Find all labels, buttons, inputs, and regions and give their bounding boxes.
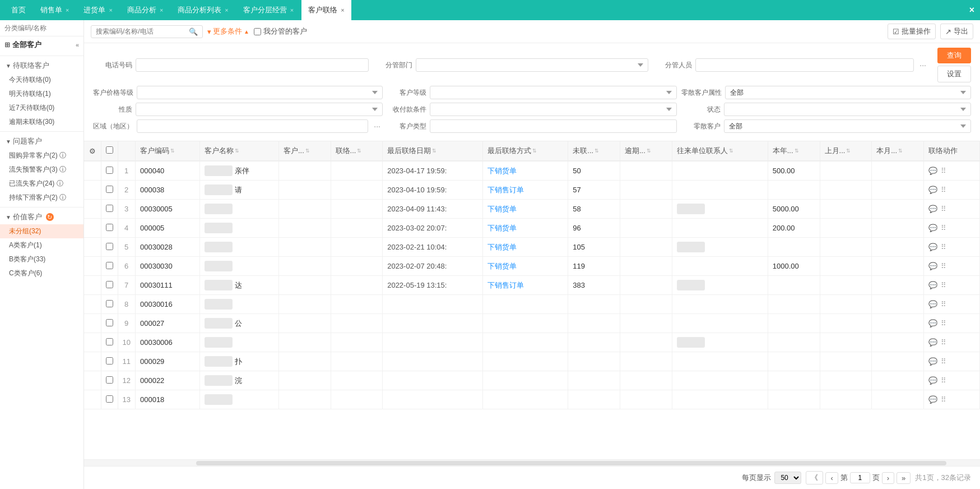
sort-last-way[interactable]: ⇅ — [532, 148, 537, 154]
nav-tab-sales[interactable]: 销售单 × — [34, 0, 76, 20]
last-way-link[interactable]: 下销售订单 — [487, 186, 524, 194]
settings-icon[interactable]: ⚙ — [89, 147, 96, 155]
more-actions-icon[interactable]: ⠿ — [941, 224, 946, 232]
sort-overdue[interactable]: ⇅ — [647, 148, 651, 154]
sidebar-item-class-c[interactable]: C类客户(6) — [0, 266, 83, 280]
filter-input-person[interactable] — [695, 58, 914, 72]
row-checkbox[interactable] — [106, 262, 113, 269]
chat-icon[interactable]: 💬 — [928, 224, 937, 232]
row-checkbox[interactable] — [106, 243, 113, 250]
region-dot-btn[interactable]: ··· — [371, 122, 383, 131]
close-sales-tab[interactable]: × — [66, 7, 69, 13]
sort-contact[interactable]: ⇅ — [357, 148, 361, 154]
sidebar-item-today-pending[interactable]: 今天待联络(0) — [0, 73, 83, 87]
more-actions-icon[interactable]: ⠿ — [941, 376, 946, 385]
row-checkbox[interactable] — [106, 300, 113, 307]
filter-input-cust-type[interactable] — [430, 119, 677, 133]
chat-icon[interactable]: 💬 — [928, 376, 937, 385]
filter-select-nature[interactable] — [136, 103, 383, 116]
sort-type[interactable]: ⇅ — [305, 148, 310, 154]
row-checkbox[interactable] — [106, 338, 113, 345]
sidebar-search-input[interactable] — [4, 24, 84, 32]
sidebar-item-declining[interactable]: 持续下滑客户(2) ⓘ — [0, 191, 83, 205]
nav-home[interactable]: 首页 — [4, 2, 32, 19]
scrollbar-inner[interactable] — [196, 461, 946, 465]
reset-button[interactable]: 设置 — [937, 66, 971, 82]
sort-name[interactable]: ⇅ — [235, 148, 239, 154]
batch-op-btn[interactable]: ☑ 批量操作 — [888, 24, 936, 39]
sort-code[interactable]: ⇅ — [170, 148, 175, 154]
last-page-btn[interactable]: » — [897, 472, 911, 484]
scrollbar-placeholder[interactable] — [84, 459, 980, 466]
sidebar-all-customers[interactable]: ⊞ 全部客户 « — [0, 36, 83, 53]
row-checkbox[interactable] — [106, 205, 113, 212]
more-actions-icon[interactable]: ⠿ — [941, 319, 946, 327]
sort-unit-contact[interactable]: ⇅ — [729, 148, 733, 154]
sort-last-date[interactable]: ⇅ — [432, 148, 436, 154]
more-actions-icon[interactable]: ⠿ — [941, 357, 946, 366]
filter-input-region[interactable] — [137, 119, 368, 133]
last-way-link[interactable]: 下销货单 — [487, 205, 517, 213]
close-customer-contact-tab[interactable]: × — [341, 7, 344, 13]
sidebar-item-overdue-pending[interactable]: 逾期未联络(30) — [0, 115, 83, 129]
row-checkbox[interactable] — [106, 281, 113, 288]
sort-last-month[interactable]: ⇅ — [846, 148, 851, 154]
chat-icon[interactable]: 💬 — [928, 243, 937, 251]
nav-tab-purchase[interactable]: 进货单 × — [77, 0, 119, 20]
row-checkbox[interactable] — [106, 224, 113, 231]
more-actions-icon[interactable]: ⠿ — [941, 243, 946, 251]
sidebar-item-ungroup[interactable]: 未分组(32) — [0, 224, 83, 238]
person-dot-btn[interactable]: ··· — [917, 61, 928, 70]
main-search-icon[interactable]: 🔍 — [189, 27, 198, 36]
sidebar-item-tomorrow-pending[interactable]: 明天待联络(1) — [0, 87, 83, 101]
chat-icon[interactable]: 💬 — [928, 262, 937, 270]
sidebar-item-churn-warning[interactable]: 流失预警客户(3) ⓘ — [0, 163, 83, 177]
filter-mine-checkbox[interactable] — [254, 28, 261, 35]
filter-select-dept[interactable] — [416, 58, 649, 72]
sort-uncontact[interactable]: ⇅ — [594, 148, 599, 154]
first-page-btn[interactable]: 《 — [806, 471, 823, 485]
chat-icon[interactable]: 💬 — [928, 357, 937, 366]
sort-this-year[interactable]: ⇅ — [795, 148, 799, 154]
close-all-tabs[interactable]: × — [969, 5, 974, 15]
row-checkbox[interactable] — [106, 186, 113, 193]
export-btn[interactable]: ↗ 导出 — [940, 24, 973, 39]
sidebar-item-class-a[interactable]: A类客户(1) — [0, 238, 83, 252]
filter-input-phone[interactable] — [136, 58, 369, 72]
chat-icon[interactable]: 💬 — [928, 186, 937, 194]
last-way-link[interactable]: 下销货单 — [487, 243, 517, 251]
nav-tab-analysis[interactable]: 商品分析 × — [120, 0, 170, 20]
prev-page-btn[interactable]: ‹ — [825, 472, 838, 484]
nav-tab-customer-tier[interactable]: 客户分层经营 × — [236, 0, 300, 20]
page-input[interactable] — [850, 472, 870, 483]
filter-select-sparse-attr[interactable]: 全部 — [725, 86, 971, 99]
chat-icon[interactable]: 💬 — [928, 281, 937, 289]
filter-select-cust-level[interactable] — [430, 86, 677, 99]
sidebar-group-header-pending[interactable]: ▼ 待联络客户 — [0, 58, 83, 73]
more-actions-icon[interactable]: ⠿ — [941, 186, 946, 194]
col-gear[interactable]: ⚙ — [84, 141, 101, 161]
main-search-input[interactable] — [96, 27, 187, 35]
filter-select-price-level[interactable] — [137, 86, 383, 99]
last-way-link[interactable]: 下销货单 — [487, 224, 517, 232]
next-page-btn[interactable]: › — [882, 472, 894, 484]
more-actions-icon[interactable]: ⠿ — [941, 300, 946, 308]
filter-select-payment[interactable] — [430, 103, 677, 116]
row-checkbox[interactable] — [106, 357, 113, 365]
close-customer-tier-tab[interactable]: × — [290, 7, 294, 13]
sidebar-item-abnormal[interactable]: 囤购异常客户(2) ⓘ — [0, 149, 83, 163]
last-way-link[interactable]: 下销售订单 — [487, 281, 524, 289]
select-all-checkbox[interactable] — [106, 146, 113, 154]
chat-icon[interactable]: 💬 — [928, 300, 937, 308]
sidebar-group-header-value[interactable]: ▼ 价值客户 ↻ — [0, 210, 83, 224]
filter-select-status[interactable] — [724, 103, 971, 116]
nav-tab-analysis-list[interactable]: 商品分析列表 × — [171, 0, 235, 20]
chat-icon[interactable]: 💬 — [928, 205, 937, 213]
sidebar-collapse-btn[interactable]: « — [76, 41, 79, 48]
value-refresh-icon[interactable]: ↻ — [46, 213, 54, 221]
sidebar-item-class-b[interactable]: B类客户(33) — [0, 252, 83, 266]
chat-icon[interactable]: 💬 — [928, 338, 937, 347]
query-button[interactable]: 查询 — [937, 48, 971, 63]
row-checkbox[interactable] — [106, 319, 113, 326]
filter-select-sparse-cust[interactable]: 全部 — [724, 119, 971, 133]
